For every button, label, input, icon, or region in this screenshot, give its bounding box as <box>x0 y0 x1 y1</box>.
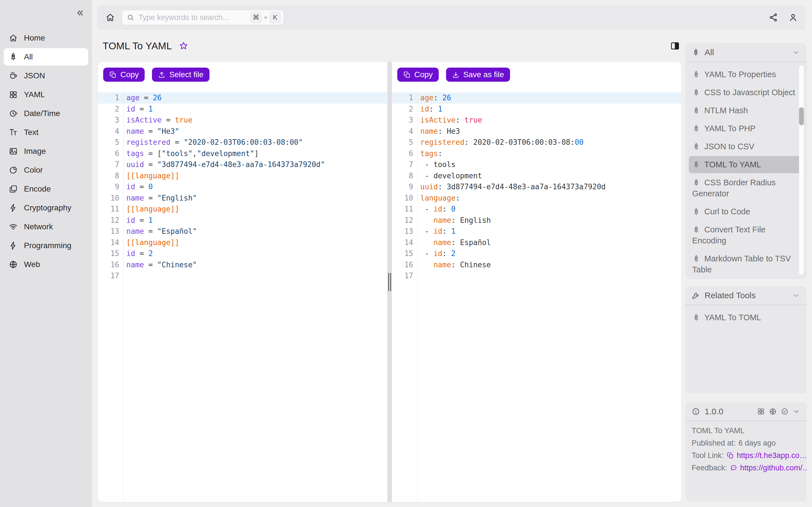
sidebar-item-web[interactable]: Web <box>4 256 88 273</box>
globe-icon <box>9 260 18 269</box>
tool-item-convert-text-file-encoding[interactable]: Convert Text File Encoding <box>689 221 803 249</box>
code-line: 12id = 1 <box>98 215 388 226</box>
chat-icon <box>730 464 737 471</box>
line-number: 13 <box>392 226 417 237</box>
rocket-icon <box>692 161 700 169</box>
yaml-output-code-area[interactable]: 1age: 262id: 13isActive: true4name: He35… <box>392 82 681 502</box>
sidebar-item-text[interactable]: Text <box>4 124 88 141</box>
sidebar-collapse-button[interactable] <box>74 7 86 19</box>
code-line: 15 - id: 2 <box>392 248 681 260</box>
line-content: - development <box>417 170 681 182</box>
share-button[interactable] <box>769 13 778 22</box>
line-content: uuid = "3d877494-e7d4-48e3-aa7a-164373a7… <box>123 159 388 170</box>
line-number: 8 <box>98 170 123 182</box>
toggle-right-panel-button[interactable] <box>670 41 680 51</box>
sidebar-item-encode[interactable]: Encode <box>4 180 88 198</box>
published-row: Published at: 6 days ago <box>692 437 801 449</box>
sidebar-item-color[interactable]: Color <box>4 161 88 179</box>
panel-resizer[interactable] <box>388 62 392 502</box>
feedback-row: Feedback: https://github.com/… <box>692 462 801 474</box>
line-number: 17 <box>392 270 417 282</box>
feedback-link[interactable]: https://github.com/… <box>740 464 807 472</box>
tool-item-label: YAML To PHP <box>704 124 756 133</box>
line-content: isActive = true <box>123 115 388 126</box>
copy-button[interactable]: Copy <box>397 68 439 82</box>
rocket-icon <box>692 255 700 263</box>
copy-icon <box>403 71 411 78</box>
home-button[interactable] <box>105 13 115 22</box>
tool-item-css-to-javascript-object[interactable]: CSS to Javascript Object <box>689 84 803 101</box>
tools-scrollbar-thumb[interactable] <box>799 107 804 125</box>
image-icon <box>9 147 18 156</box>
line-number: 2 <box>392 104 417 115</box>
sidebar-item-label: YAML <box>24 90 45 99</box>
line-content: name: He3 <box>417 126 681 137</box>
search-input[interactable]: Type keywords to search... ⌘ + K <box>122 10 284 25</box>
line-number: 9 <box>392 181 417 193</box>
download-icon <box>452 71 460 78</box>
sidebar-item-network[interactable]: Network <box>4 218 88 235</box>
zap-icon <box>9 203 18 212</box>
tool-item-yaml-to-php[interactable]: YAML To PHP <box>689 120 803 137</box>
tool-item-label: CSS Border Radius Generator <box>692 178 776 198</box>
tool-item-yaml-to-toml[interactable]: YAML To TOML <box>689 309 803 326</box>
tool-item-label: NTLM Hash <box>704 106 748 115</box>
code-line: 13 - id: 1 <box>392 226 681 237</box>
button-label: Select file <box>169 70 203 79</box>
line-number: 3 <box>392 115 417 126</box>
toml-input-toolbar: CopySelect file <box>98 62 388 82</box>
sidebar-item-programming[interactable]: Programming <box>4 237 88 255</box>
line-content: name = "Español" <box>123 226 388 237</box>
rocket-icon <box>692 314 700 322</box>
tools-scrollbar-track[interactable] <box>799 66 804 275</box>
related-tools-header[interactable]: Related Tools <box>686 286 807 305</box>
sidebar-item-image[interactable]: Image <box>4 143 88 160</box>
version-details: TOML To YAML Published at: 6 days ago To… <box>686 421 807 474</box>
rocket-icon <box>692 179 700 187</box>
line-content: id = 1 <box>123 215 388 226</box>
line-content: [[language]] <box>123 237 388 248</box>
sidebar-item-all[interactable]: All <box>4 48 88 66</box>
toml-input-code-area[interactable]: 1age = 262id = 13isActive = true4name = … <box>98 82 388 502</box>
select-file-button[interactable]: Select file <box>152 68 209 82</box>
tool-item-curl-to-code[interactable]: Curl to Code <box>689 203 803 220</box>
tool-item-json-to-csv[interactable]: JSON to CSV <box>689 138 803 155</box>
tool-item-markdown-table-to-tsv-table[interactable]: Markdown Table to TSV Table <box>689 250 803 278</box>
line-content: language: <box>417 193 681 204</box>
chevron-down-icon <box>792 291 801 300</box>
sidebar-item-home[interactable]: Home <box>4 29 88 47</box>
line-number: 11 <box>98 204 123 215</box>
rocket-icon <box>692 89 700 97</box>
sidebar-item-label: Image <box>24 147 46 156</box>
chevron-down-icon <box>793 407 801 415</box>
code-line: 2id = 1 <box>98 104 388 115</box>
tool-item-css-border-radius-generator[interactable]: CSS Border Radius Generator <box>689 174 803 202</box>
save-as-file-button[interactable]: Save as file <box>446 68 510 82</box>
line-content: tags = ["tools","development"] <box>123 148 388 159</box>
favorite-star-button[interactable] <box>179 41 188 51</box>
button-label: Copy <box>414 70 433 79</box>
user-icon <box>788 13 798 22</box>
sidebar-item-date-time[interactable]: Date/Time <box>4 105 88 122</box>
code-line: 7 - tools <box>392 159 681 170</box>
user-button[interactable] <box>788 13 798 22</box>
line-content: id = 0 <box>123 181 388 193</box>
line-content: age: 26 <box>417 93 681 104</box>
copy-icon <box>109 71 117 78</box>
pie-icon <box>9 166 18 175</box>
tool-item-ntlm-hash[interactable]: NTLM Hash <box>689 102 803 119</box>
info-icon <box>692 407 700 416</box>
sidebar-item-yaml[interactable]: YAML <box>4 86 88 103</box>
code-line: 8[[language]] <box>98 170 388 182</box>
tool-item-toml-to-yaml[interactable]: TOML To YAML <box>689 156 803 173</box>
code-line: 11[[language]] <box>98 204 388 215</box>
sidebar-item-label: All <box>24 52 33 61</box>
line-content: - id: 0 <box>417 204 681 215</box>
sidebar-item-json[interactable]: JSON <box>4 67 88 84</box>
tool-item-yaml-to-properties[interactable]: YAML To Properties <box>689 66 803 83</box>
line-number: 12 <box>98 215 123 226</box>
tools-panel-header[interactable]: All <box>686 43 807 62</box>
sidebar-item-cryptography[interactable]: Cryptography <box>4 199 88 217</box>
copy-button[interactable]: Copy <box>103 68 145 82</box>
tool-link[interactable]: https://t.he3app.co… <box>737 451 807 460</box>
